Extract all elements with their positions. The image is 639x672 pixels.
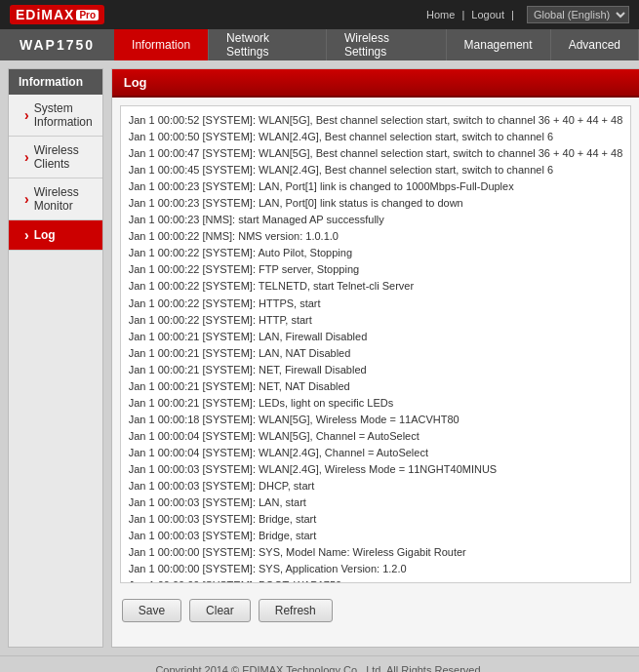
log-line: Jan 1 00:00:22 [SYSTEM]: TELNETD, start … <box>129 278 623 295</box>
nav-tabs: Information Network Settings Wireless Se… <box>114 29 639 60</box>
log-line: Jan 1 00:00:03 [SYSTEM]: LAN, start <box>129 494 623 511</box>
log-line: Jan 1 00:00:23 [SYSTEM]: LAN, Port[0] li… <box>129 195 623 212</box>
home-link[interactable]: Home <box>426 9 455 20</box>
log-line: Jan 1 00:00:21 [SYSTEM]: NET, NAT Disabl… <box>129 378 623 395</box>
log-line: Jan 1 00:00:21 [SYSTEM]: LEDs, light on … <box>129 395 623 412</box>
log-line: Jan 1 00:00:52 [SYSTEM]: WLAN[5G], Best … <box>129 112 623 129</box>
log-line: Jan 1 00:00:18 [SYSTEM]: WLAN[5G], Wirel… <box>129 412 623 428</box>
tab-network-settings[interactable]: Network Settings <box>209 29 327 60</box>
log-line: Jan 1 00:00:21 [SYSTEM]: LAN, Firewall D… <box>129 329 623 345</box>
log-line: Jan 1 00:00:21 [SYSTEM]: LAN, NAT Disabl… <box>129 345 623 362</box>
sidebar: Information System Information Wireless … <box>8 68 103 648</box>
sidebar-item-system-information[interactable]: System Information <box>9 95 102 137</box>
log-line: Jan 1 00:00:00 [SYSTEM]: SYS, Applicatio… <box>129 561 623 577</box>
logo: EDiMAX Pro <box>10 5 104 24</box>
panel-title: Log <box>112 69 639 98</box>
content-wrapper: Information System Information Wireless … <box>0 60 639 655</box>
log-line: Jan 1 00:00:04 [SYSTEM]: WLAN[5G], Chann… <box>129 428 623 445</box>
clear-button[interactable]: Clear <box>189 599 251 622</box>
logo-pro-text: Pro <box>76 10 99 20</box>
log-line: Jan 1 00:00:03 [SYSTEM]: Bridge, start <box>129 511 623 528</box>
log-line: Jan 1 00:00:00 [SYSTEM]: BOOT, WAP1750 <box>129 577 623 583</box>
refresh-button[interactable]: Refresh <box>259 599 333 622</box>
tab-information[interactable]: Information <box>114 29 209 60</box>
log-line: Jan 1 00:00:22 [SYSTEM]: Auto Pilot, Sto… <box>129 245 623 261</box>
sidebar-header: Information <box>9 69 102 95</box>
log-line: Jan 1 00:00:22 [SYSTEM]: FTP server, Sto… <box>129 261 623 278</box>
log-line: Jan 1 00:00:22 [SYSTEM]: HTTP, start <box>129 312 623 329</box>
log-line: Jan 1 00:00:50 [SYSTEM]: WLAN[2.4G], Bes… <box>129 129 623 145</box>
log-line: Jan 1 00:00:47 [SYSTEM]: WLAN[5G], Best … <box>129 145 623 162</box>
tab-management[interactable]: Management <box>447 29 551 60</box>
log-line: Jan 1 00:00:03 [SYSTEM]: WLAN[2.4G], Wir… <box>129 461 623 478</box>
footer: Copyright 2014 © EDIMAX Technology Co., … <box>0 655 639 672</box>
tab-wireless-settings[interactable]: Wireless Settings <box>327 29 447 60</box>
tab-advanced[interactable]: Advanced <box>551 29 639 60</box>
device-bar: WAP1750 Information Network Settings Wir… <box>0 29 639 60</box>
language-select[interactable]: Global (English) <box>527 6 629 23</box>
logo-edimax-text: EDiMAX <box>16 7 74 22</box>
log-line: Jan 1 00:00:03 [SYSTEM]: DHCP, start <box>129 478 623 494</box>
log-line: Jan 1 00:00:23 [NMS]: start Managed AP s… <box>129 212 623 228</box>
log-line: Jan 1 00:00:03 [SYSTEM]: Bridge, start <box>129 528 623 544</box>
logo-area: EDiMAX Pro <box>10 5 426 24</box>
save-button[interactable]: Save <box>122 599 181 622</box>
sidebar-item-wireless-monitor[interactable]: Wireless Monitor <box>9 178 102 220</box>
log-line: Jan 1 00:00:21 [SYSTEM]: NET, Firewall D… <box>129 362 623 378</box>
log-line: Jan 1 00:00:22 [NMS]: NMS version: 1.0.1… <box>129 228 623 245</box>
footer-text: Copyright 2014 © EDIMAX Technology Co., … <box>155 664 483 672</box>
logout-link[interactable]: Logout <box>471 9 504 20</box>
sidebar-item-wireless-clients[interactable]: Wireless Clients <box>9 137 102 178</box>
log-line: Jan 1 00:00:23 [SYSTEM]: LAN, Port[1] li… <box>129 178 623 195</box>
log-line: Jan 1 00:00:45 [SYSTEM]: WLAN[2.4G], Bes… <box>129 162 623 178</box>
sidebar-item-log[interactable]: Log <box>9 220 102 251</box>
button-row: Save Clear Refresh <box>112 591 639 630</box>
log-line: Jan 1 00:00:00 [SYSTEM]: SYS, Model Name… <box>129 544 623 561</box>
log-line: Jan 1 00:00:22 [SYSTEM]: HTTPS, start <box>129 296 623 312</box>
top-bar: EDiMAX Pro Home | Logout | Global (Engli… <box>0 0 639 29</box>
main-panel: Log Jan 1 00:00:52 [SYSTEM]: WLAN[5G], B… <box>111 68 639 648</box>
device-name: WAP1750 <box>0 29 114 60</box>
log-line: Jan 1 00:00:04 [SYSTEM]: WLAN[2.4G], Cha… <box>129 445 623 461</box>
top-links: Home | Logout | Global (English) <box>426 6 629 23</box>
log-container[interactable]: Jan 1 00:00:52 [SYSTEM]: WLAN[5G], Best … <box>120 105 632 583</box>
